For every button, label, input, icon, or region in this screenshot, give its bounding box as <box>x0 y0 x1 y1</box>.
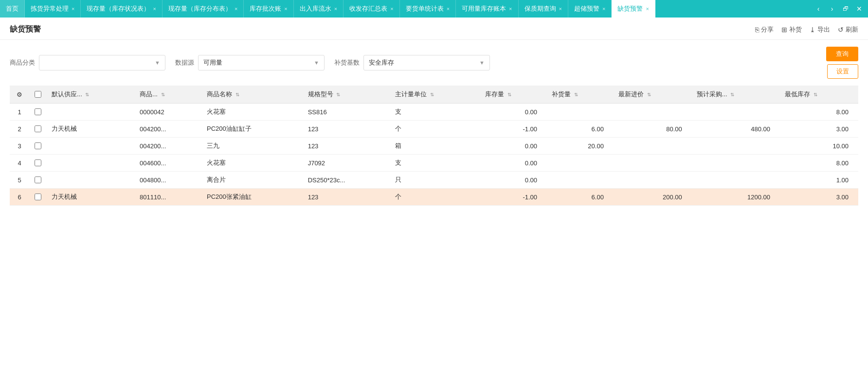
table-row: 3 004200... 三九 123 箱 0.00 20.00 10.00 <box>10 138 858 155</box>
th-gear[interactable]: ⚙ <box>10 86 29 104</box>
row-replenish <box>547 155 614 172</box>
close-icon[interactable]: × <box>646 6 649 12</box>
close-icon[interactable]: × <box>390 6 393 12</box>
replenish-button[interactable]: ⊞ 补货 <box>781 25 802 34</box>
close-icon[interactable]: × <box>509 6 512 12</box>
row-latest-price <box>614 155 692 172</box>
select-all-checkbox[interactable] <box>35 91 41 98</box>
row-est-purchase <box>692 155 780 172</box>
row-min-stock: 3.00 <box>780 189 858 206</box>
nav-tab-4[interactable]: 库存批次账 × <box>244 0 293 18</box>
th-product-code[interactable]: 商品... ⇅ <box>135 86 202 104</box>
close-icon[interactable]: × <box>602 6 605 12</box>
row-product-name: 火花塞 <box>202 104 303 121</box>
row-product-code: 004200... <box>135 121 202 138</box>
nav-tab-label: 首页 <box>6 4 18 13</box>
nav-tab-5[interactable]: 出入库流水 × <box>294 0 344 18</box>
filter-group-datasource: 数据源 可用量 ▼ <box>175 55 325 70</box>
replenish-icon: ⊞ <box>781 26 787 34</box>
row-product-code: 004200... <box>135 138 202 155</box>
row-checkbox[interactable] <box>35 142 41 149</box>
refresh-button[interactable]: ↺ 刷新 <box>838 25 858 34</box>
nav-tab-10[interactable]: 超储预警 × <box>568 0 612 18</box>
nav-tab-2[interactable]: 现存量（库存状况表） × <box>81 0 162 18</box>
nav-tab-home[interactable]: 首页 <box>0 0 25 18</box>
nav-tab-8[interactable]: 可用量库存账本 × <box>456 0 518 18</box>
row-min-stock: 8.00 <box>780 155 858 172</box>
row-num: 1 <box>10 104 29 121</box>
row-unit: 支 <box>390 104 480 121</box>
row-num: 2 <box>10 121 29 138</box>
replenish-base-select[interactable]: 安全库存 ▼ <box>363 55 490 70</box>
export-button[interactable]: ⤓ 导出 <box>810 25 830 34</box>
row-checkbox[interactable] <box>35 125 41 132</box>
row-spec: 123 <box>303 138 391 155</box>
row-stock: -1.00 <box>480 189 547 206</box>
nav-tab-7[interactable]: 要货单统计表 × <box>400 0 456 18</box>
row-checkbox[interactable] <box>35 176 41 183</box>
datasource-value: 可用量 <box>203 58 222 67</box>
row-stock: 0.00 <box>480 155 547 172</box>
row-checkbox[interactable] <box>35 159 41 166</box>
row-spec: DS250*23c... <box>303 172 391 189</box>
th-est-purchase[interactable]: 预计采购... ⇅ <box>692 86 780 104</box>
row-est-purchase: 1200.00 <box>692 189 780 206</box>
nav-tab-label: 保质期查询 <box>524 4 556 13</box>
close-icon[interactable]: × <box>235 6 237 12</box>
row-replenish: 6.00 <box>547 189 614 206</box>
nav-tab-1[interactable]: 拣货异常处理 × <box>25 0 81 18</box>
settings-button[interactable]: 设置 <box>827 64 858 79</box>
row-stock: 0.00 <box>480 172 547 189</box>
row-product-code: 004800... <box>135 172 202 189</box>
row-est-purchase <box>692 104 780 121</box>
table-row: 2 力天机械 004200... PC200油缸缸子 123 个 -1.00 6… <box>10 121 858 138</box>
th-latest-price[interactable]: 最新进价 ⇅ <box>614 86 692 104</box>
th-min-stock[interactable]: 最低库存 ⇅ <box>780 86 858 104</box>
datasource-select[interactable]: 可用量 ▼ <box>198 55 325 70</box>
query-button[interactable]: 查询 <box>826 47 858 61</box>
close-icon[interactable]: × <box>334 6 337 12</box>
row-min-stock: 8.00 <box>780 104 858 121</box>
replenish-base-value: 安全库存 <box>369 58 394 67</box>
row-spec: 123 <box>303 189 391 206</box>
row-product-name: 三九 <box>202 138 303 155</box>
row-est-purchase: 480.00 <box>692 121 780 138</box>
share-button[interactable]: ⎘ 分享 <box>755 25 774 34</box>
th-unit[interactable]: 主计量单位 ⇅ <box>390 86 480 104</box>
row-supplier: 力天机械 <box>47 189 135 206</box>
nav-tab-11[interactable]: 缺货预警 × <box>612 0 655 18</box>
close-icon[interactable]: × <box>559 6 562 12</box>
nav-next-button[interactable]: › <box>825 2 839 16</box>
nav-tab-3[interactable]: 现存量（库存分布表） × <box>163 0 244 18</box>
row-check-cell <box>29 138 47 155</box>
refresh-icon: ↺ <box>838 26 844 34</box>
row-num: 4 <box>10 155 29 172</box>
page-header: 缺货预警 ⎘ 分享 ⊞ 补货 ⤓ 导出 ↺ 刷新 <box>0 18 868 40</box>
close-icon[interactable]: × <box>447 6 450 12</box>
th-replenish[interactable]: 补货量 ⇅ <box>547 86 614 104</box>
nav-controls: ‹ › 🗗 ✕ <box>812 2 868 16</box>
th-spec[interactable]: 规格型号 ⇅ <box>303 86 391 104</box>
sort-icon: ⇅ <box>647 92 651 97</box>
nav-tab-label: 库存批次账 <box>250 4 281 13</box>
row-check-cell <box>29 104 47 121</box>
nav-tab-9[interactable]: 保质期查询 × <box>519 0 568 18</box>
nav-restore-button[interactable]: 🗗 <box>839 2 852 16</box>
row-replenish <box>547 104 614 121</box>
row-checkbox[interactable] <box>35 194 41 200</box>
category-select[interactable]: ▼ <box>39 55 165 70</box>
close-icon[interactable]: × <box>72 6 74 12</box>
filter-actions: 查询 设置 <box>826 47 858 79</box>
th-supplier[interactable]: 默认供应... ⇅ <box>47 86 135 104</box>
close-icon[interactable]: × <box>153 6 156 12</box>
row-checkbox[interactable] <box>35 108 41 115</box>
close-icon[interactable]: × <box>284 6 287 12</box>
table-row: 1 0000042 火花塞 SS816 支 0.00 8.00 <box>10 104 858 121</box>
nav-tab-label: 拣货异常处理 <box>31 4 69 13</box>
nav-tab-label: 要货单统计表 <box>406 4 444 13</box>
nav-close-button[interactable]: ✕ <box>852 2 866 16</box>
th-stock[interactable]: 库存量 ⇅ <box>480 86 547 104</box>
nav-tab-6[interactable]: 收发存汇总表 × <box>344 0 399 18</box>
nav-prev-button[interactable]: ‹ <box>812 2 825 16</box>
th-product-name[interactable]: 商品名称 ⇅ <box>202 86 303 104</box>
